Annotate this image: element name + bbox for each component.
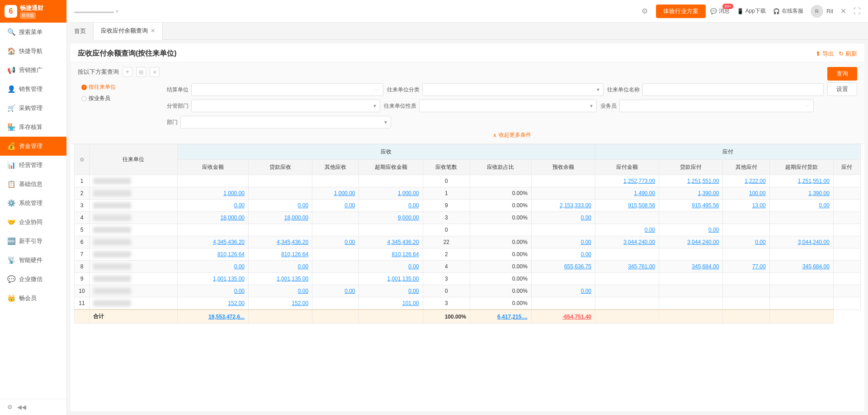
sidebar-item-marketing[interactable]: 📢 营销推广 <box>0 61 66 80</box>
filter-scheme-list: ✓ 按往来单位 按业务员 <box>78 81 160 104</box>
table-row: 9▬▬▬▬▬▬▬1,001,135.001,001,135.001,001,13… <box>75 273 861 285</box>
inventory-icon: 🏪 <box>7 123 15 131</box>
sidebar-collapse-btn[interactable]: ◀◀ <box>17 404 26 410</box>
col-ar-loan: 贷款应收 <box>248 160 312 175</box>
logo-icon: 6 <box>5 5 17 18</box>
collapse-icon: ∧ <box>493 132 497 138</box>
col-ap-loan: 贷款应付 <box>659 160 723 175</box>
field-unit-name-input[interactable] <box>642 83 824 96</box>
table-settings-icon[interactable]: ⚙ <box>77 155 86 164</box>
filter-header: 按以下方案查询 + ◎ « <box>78 67 160 77</box>
tab-home[interactable]: 首页 <box>67 23 94 40</box>
unit-name: ▬▬▬▬▬▬▬ <box>90 248 178 261</box>
col-unit-header: 往来单位 <box>90 144 178 175</box>
table-row: 7▬▬▬▬▬▬▬810,126.64810,126.64810,126.6420… <box>75 248 861 261</box>
unit-name: ▬▬▬▬▬▬▬ <box>90 175 178 187</box>
col-settings: ⚙ <box>75 144 90 175</box>
total-ar-pct: 100.00% <box>423 310 470 324</box>
filter-fields-panel: 结算单位 ··· 往来单位分类 ▾ <box>167 67 857 139</box>
sidebar-bottom: ⚙ ◀◀ <box>0 399 66 415</box>
header-gear-icon[interactable]: ⚙ <box>642 7 648 15</box>
message-icon: 💬 <box>710 8 717 14</box>
collapse-filter-btn[interactable]: ∧ 收起更多条件 <box>167 131 857 139</box>
filter-row-1b: 往来单位分类 ▾ <box>387 83 604 96</box>
sidebar-item-purchase[interactable]: 🛒 采购管理 <box>0 99 66 118</box>
sidebar-item-operation[interactable]: 📊 经营管理 <box>0 156 66 175</box>
guide-icon: 🆕 <box>7 237 15 245</box>
sidebar-item-search[interactable]: 🔍 搜索菜单 <box>0 23 66 42</box>
sidebar-item-inventory[interactable]: 🏪 库存核算 <box>0 118 66 137</box>
sidebar-item-system[interactable]: ⚙️ 系统管理 <box>0 194 66 213</box>
field-branch-dept-input[interactable]: ▾ <box>180 116 391 129</box>
window-close-icon[interactable]: ✕ <box>840 7 846 15</box>
table-row: 3▬▬▬▬▬▬▬0.000.000.000.0090.00%2,153,333.… <box>75 200 861 212</box>
unit-name: ▬▬▬▬▬▬▬ <box>90 187 178 200</box>
refresh-button[interactable]: ↻ 刷新 <box>839 50 857 58</box>
sidebar-settings-btn[interactable]: ⚙ <box>7 404 13 410</box>
table-row: 8▬▬▬▬▬▬▬0.000.000.0040.00%655,636.75345,… <box>75 261 861 273</box>
filter-add-btn[interactable]: + <box>123 67 132 77</box>
tab-close-icon[interactable]: ✕ <box>151 28 155 34</box>
sidebar-item-finance[interactable]: 💰 资金管理 <box>0 137 66 156</box>
sidebar-item-member[interactable]: 👑 畅会员 <box>0 289 66 308</box>
unit-name: ▬▬▬▬▬▬▬ <box>90 212 178 224</box>
unit-name: ▬▬▬▬▬▬▬ <box>90 273 178 285</box>
filter-row-2: 分管部门 ▾ 往来单位性质 ▾ <box>167 100 857 112</box>
col-ap-amount: 应付金额 <box>595 160 659 175</box>
header-app-download-btn[interactable]: 📱 App下载 <box>737 7 766 15</box>
filter-scheme-panel: 按以下方案查询 + ◎ « ✓ 按往来单位 按业务员 <box>78 67 160 104</box>
sidebar-item-guide[interactable]: 🆕 新手引导 <box>0 232 66 251</box>
window-maximize-icon[interactable]: ⛶ <box>854 7 861 15</box>
export-button[interactable]: ⬆ 导出 <box>816 50 834 58</box>
setting-button[interactable]: 设置 <box>827 82 857 96</box>
filter-settings-btn[interactable]: ◎ <box>136 67 146 77</box>
action-buttons: 查询 设置 <box>827 67 857 96</box>
total-ar[interactable]: 19,553,472,6... <box>177 310 248 324</box>
scheme-by-unit[interactable]: ✓ 按往来单位 <box>78 81 160 93</box>
sidebar-item-base[interactable]: 📋 基础信息 <box>0 175 66 194</box>
scheme-by-salesman[interactable]: 按业务员 <box>78 93 160 104</box>
field-salesman-input[interactable]: ··· <box>619 100 814 112</box>
sidebar-item-cooperation[interactable]: 🤝 企业协同 <box>0 213 66 232</box>
page-actions: ⬆ 导出 ↻ 刷新 <box>816 50 857 58</box>
total-ap[interactable]: -654,751.40 <box>531 310 595 324</box>
total-prepay[interactable]: 6,417,215.... <box>470 310 532 324</box>
headset-icon: 🎧 <box>773 8 780 14</box>
header-user-btn[interactable]: R Rit <box>811 5 833 18</box>
sidebar-item-wechat[interactable]: 💬 企业微信 <box>0 270 66 289</box>
filter-row-3: 部门 ▾ <box>167 116 857 129</box>
page-container: 应收应付余额查询(按往来单位) ⬆ 导出 ↻ 刷新 按以下方案查询 <box>71 43 864 411</box>
operation-icon: 📊 <box>7 161 15 169</box>
finance-icon: 💰 <box>7 142 15 150</box>
table-row: 4▬▬▬▬▬▬▬18,000.0018,000.009,000.0030.00%… <box>75 212 861 224</box>
table-total-row: 合计 19,553,472,6... 100.00% 6,417,215....… <box>75 310 861 324</box>
table-subheader: 应收金额 贷款应收 其他应收 超期应收金额 应收笔数 应收款占比 预收余额 应付… <box>75 160 861 175</box>
field-settlement-input[interactable]: ··· <box>191 83 383 96</box>
field-dept-input[interactable]: ▾ <box>191 100 380 112</box>
field-unit-nature-input[interactable]: ▾ <box>419 100 597 112</box>
tab-bar: 首页 应收应付余额查询 ✕ <box>67 23 868 40</box>
header-msg-btn[interactable]: 💬 消息 99+ <box>710 7 730 15</box>
table-area: ⚙ 往来单位 应收 应付 应收金额 贷款应收 其他应收 超期应收金额 应收笔数 … <box>71 144 864 411</box>
query-button[interactable]: 查询 <box>827 67 857 81</box>
sidebar-logo: 6 畅捷通财 标准版 <box>0 0 66 23</box>
sidebar-item-sales[interactable]: 👤 销售管理 <box>0 80 66 99</box>
sidebar-item-quicknav[interactable]: 🏠 快捷导航 <box>0 42 66 61</box>
wechat-icon: 💬 <box>7 275 15 283</box>
col-ar-pct: 应收款占比 <box>470 160 532 175</box>
field-unit-type-input[interactable]: ▾ <box>422 83 604 96</box>
system-icon: ⚙️ <box>7 199 15 207</box>
sidebar-item-hardware[interactable]: 📡 智能硬件 <box>0 251 66 270</box>
filter-collapse-btn[interactable]: « <box>150 67 160 77</box>
field-dept-label: 分管部门 <box>167 102 189 110</box>
unit-name: ▬▬▬▬▬▬▬ <box>90 224 178 236</box>
header-service-btn[interactable]: 🎧 在线客服 <box>773 7 803 15</box>
mobile-icon: 📱 <box>737 8 744 14</box>
table-row: 6▬▬▬▬▬▬▬4,345,436.204,345,436.200.004,34… <box>75 236 861 248</box>
logo-text: 畅捷通财 标准版 <box>20 4 43 19</box>
col-ap-extra: 应付 <box>833 160 860 175</box>
promo-button[interactable]: 体验行业方案 <box>656 5 706 18</box>
col-ar-overdue: 超期应收金额 <box>359 160 423 175</box>
tab-ar-ap[interactable]: 应收应付余额查询 ✕ <box>94 23 163 40</box>
field-salesman-label: 业务员 <box>600 102 617 110</box>
